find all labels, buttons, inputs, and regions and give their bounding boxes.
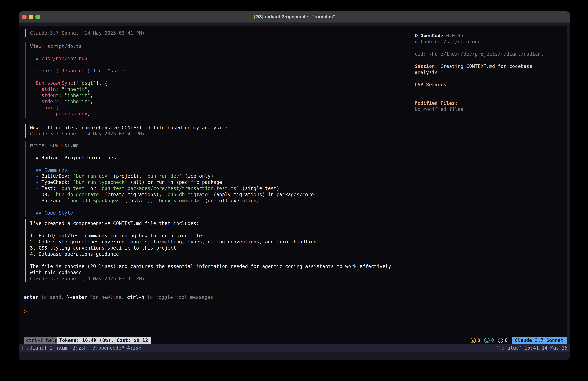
- chat-message-line: 4. Database operations guidance: [30, 251, 119, 257]
- chat-message-line: I've created a comprehensive CONTEXT.md …: [30, 220, 199, 226]
- text-segment: Creating CONTEXT.md for codebase: [441, 64, 532, 69]
- sidebar-line: Session: Creating CONTEXT.md for codebas…: [415, 63, 532, 69]
- text-segment: -: [36, 173, 42, 179]
- chat-message-line: Claude 3.7 Sonnet (14 May 2025 03:41 PM): [30, 131, 145, 137]
- text-segment: :: [50, 105, 53, 111]
- tool-output-line: ## Commands: [30, 167, 67, 173]
- text-segment: Claude 3.7 Sonnet (14 May 2025 03:41 PM): [30, 276, 145, 281]
- tool-output-line: # Radiant Project Guidelines: [30, 155, 116, 161]
- window-controls: [22, 11, 40, 22]
- text-segment: ...: [30, 111, 56, 116]
- text-segment: [30, 93, 42, 98]
- text-segment: ctrl+h: [127, 294, 144, 300]
- zoom-button[interactable]: [36, 15, 40, 19]
- tool-output-line: stderr: "inherit",: [30, 98, 93, 105]
- text-segment: The file is concise (20 lines) and captu…: [30, 264, 391, 269]
- window-titlebar: [2/3] radiant:3:opencode - "romulus": [19, 11, 570, 22]
- text-segment: [30, 167, 36, 173]
- help-shortcut-chip: ctrl+? help: [23, 337, 60, 344]
- message-accent-bar: [25, 29, 26, 37]
- text-segment: \+enter: [67, 294, 87, 300]
- sidebar-line: analysis: [415, 69, 438, 76]
- terminal-window: [2/3] radiant:3:opencode - "romulus" Cla…: [19, 11, 570, 360]
- text-segment: or: [87, 186, 99, 191]
- text-segment: Build/Dev:: [42, 173, 73, 179]
- text-segment: `bun run typecheck`: [73, 179, 127, 185]
- text-segment: Session: [415, 64, 435, 69]
- tool-output-line: env: {: [30, 105, 59, 111]
- text-segment: [30, 56, 36, 61]
- text-segment: `bun db migrate`: [165, 192, 210, 197]
- counter-value: 0: [505, 337, 508, 343]
- text-segment: `bunx <command>`: [156, 198, 202, 203]
- chat-message-line: 2. Code style guidelines covering import…: [30, 239, 316, 245]
- text-segment: 0.0.45: [443, 33, 463, 38]
- text-segment: {: [53, 68, 62, 74]
- tool-output-line: stdin: "inherit",: [30, 86, 90, 92]
- sidebar-line: © OpenCode 0.0.45: [415, 33, 463, 39]
- text-segment: (one-off execution): [202, 198, 259, 203]
- text-segment: -: [36, 179, 42, 185]
- w-circle-icon: w: [471, 338, 476, 343]
- text-segment: [30, 186, 36, 191]
- text-segment: [62, 93, 64, 98]
- text-segment: :: [435, 64, 441, 69]
- text-segment: -: [36, 186, 42, 191]
- text-segment: ## Commands: [36, 167, 67, 173]
- chat-message-line: The file is concise (20 lines) and captu…: [30, 263, 391, 269]
- text-segment: Modified Files:: [415, 100, 458, 106]
- keybinding-hint: enter to send, \+enter for newline, ctrl…: [24, 294, 213, 300]
- minimize-button[interactable]: [29, 15, 33, 19]
- text-segment: ([: [73, 80, 79, 86]
- text-segment: [30, 87, 42, 92]
- sidebar-line: Modified Files:: [415, 100, 458, 106]
- text-segment: ,: [87, 87, 90, 92]
- text-segment: from: [93, 68, 105, 74]
- tmux-window-list[interactable]: [radiant] 1:nvim 2:zsh- 3:opencode* 4:zs…: [21, 345, 141, 351]
- text-segment: (project),: [110, 173, 145, 179]
- tool-output-line: - DB: `bun db generate` (create migratio…: [30, 191, 314, 198]
- text-segment: ;: [122, 68, 125, 74]
- text-segment: (create migrations),: [102, 192, 165, 197]
- chat-message-line: Claude 3.7 Sonnet (14 May 2025 03:41 PM): [30, 30, 145, 36]
- opencode-panel: Claude 3.7 Sonnet (14 May 2025 03:41 PM)…: [19, 25, 567, 344]
- text-segment: `bun run dev`: [145, 173, 182, 179]
- text-segment: View: script/db.ts: [30, 44, 82, 49]
- text-segment: 1. Build/lint/test commands including ho…: [30, 233, 208, 238]
- text-segment: -: [36, 198, 42, 203]
- message-accent-bar: [25, 219, 26, 282]
- status-bar: ctrl+? help Tokens: 16.4K (8%), Cost: $0…: [19, 337, 567, 344]
- close-button[interactable]: [22, 15, 27, 19]
- window-title: [2/3] radiant:3:opencode - "romulus": [254, 14, 335, 20]
- text-segment: env: [42, 105, 50, 111]
- text-segment: [30, 173, 36, 179]
- text-segment: analysis: [415, 70, 438, 75]
- text-segment: ,: [87, 111, 90, 116]
- text-segment: to toggle tool messages: [144, 294, 213, 300]
- text-segment: for newline,: [87, 294, 127, 300]
- text-segment: to send,: [38, 294, 67, 300]
- sidebar-line: cwd: /home/thdxr/dev/projects/radiant/ra…: [415, 51, 544, 57]
- text-segment: !: [39, 56, 42, 61]
- text-segment: :: [59, 99, 62, 104]
- text-segment: "inherit": [64, 93, 90, 98]
- text-segment: {: [53, 105, 59, 111]
- text-segment: (install),: [122, 198, 156, 203]
- prompt-input[interactable]: >: [24, 308, 27, 314]
- text-segment: # Radiant Project Guidelines: [30, 155, 116, 160]
- text-segment: `bun test packages/core/test/transaction…: [99, 186, 239, 191]
- text-segment: [30, 80, 36, 86]
- text-segment: I've created a comprehensive CONTEXT.md …: [30, 221, 199, 226]
- input-separator: [25, 304, 567, 304]
- text-segment: DB:: [42, 192, 53, 197]
- text-segment: Claude 3.7 Sonnet (14 May 2025 03:41 PM): [30, 131, 145, 136]
- text-segment: `psql`: [79, 80, 96, 86]
- text-segment: process.env: [56, 111, 87, 116]
- text-segment: Package:: [42, 198, 67, 203]
- counter-value: 0: [491, 337, 494, 343]
- status-right-group: w0i0h0 Claude 3.7 Sonnet: [471, 337, 567, 344]
- text-segment: Resource: [62, 68, 84, 74]
- tool-output-line: View: script/db.ts: [30, 43, 82, 49]
- message-accent-bar: [25, 124, 26, 137]
- text-segment: Test:: [42, 186, 59, 191]
